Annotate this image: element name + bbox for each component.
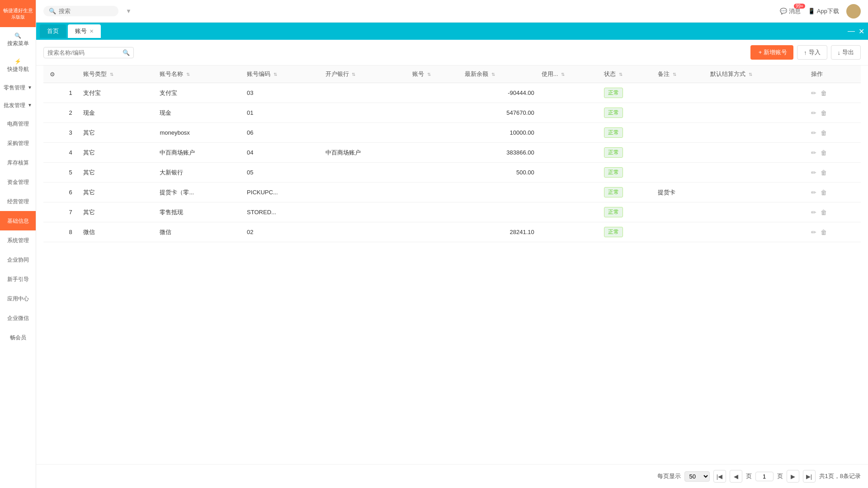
edit-button[interactable]: ✏ xyxy=(811,189,816,196)
page-next-button[interactable]: ▶ xyxy=(787,470,799,483)
delete-button[interactable]: 🗑 xyxy=(821,169,827,176)
row-account xyxy=(409,222,461,242)
table-search-input[interactable] xyxy=(47,49,120,56)
sidebar-item-member[interactable]: 畅会员 xyxy=(0,328,36,347)
row-remark xyxy=(654,222,707,242)
col-header-account[interactable]: 账号 ⇅ xyxy=(409,66,461,83)
page-prev-button[interactable]: ◀ xyxy=(730,470,742,483)
col-header-status[interactable]: 状态 ⇅ xyxy=(600,66,654,83)
delete-button[interactable]: 🗑 xyxy=(821,149,827,156)
col-header-name[interactable]: 账号名称 ⇅ xyxy=(156,66,243,83)
sidebar-item-quick-nav[interactable]: ⚡ 快捷导航 xyxy=(0,53,36,79)
row-index: 3 xyxy=(61,123,80,143)
delete-button[interactable]: 🗑 xyxy=(821,229,827,236)
sidebar-item-enterprise-agreement[interactable]: 企业协同 xyxy=(0,250,36,269)
sidebar-item-wholesale-mgmt[interactable]: 批发管理 ▼ xyxy=(0,96,36,114)
sidebar-item-search-menu[interactable]: 🔍 搜索菜单 xyxy=(0,27,36,53)
app-download-button[interactable]: 📱 App下载 xyxy=(808,7,839,15)
row-settings xyxy=(43,163,61,183)
sort-balance-icon[interactable]: ⇅ xyxy=(491,72,495,77)
tab-close-all-icon[interactable]: ✕ xyxy=(859,27,864,36)
edit-button[interactable]: ✏ xyxy=(811,89,816,97)
row-status: 正常 xyxy=(600,83,654,103)
col-header-type[interactable]: 账号类型 ⇅ xyxy=(80,66,156,83)
row-account xyxy=(409,202,461,222)
status-badge: 正常 xyxy=(604,207,623,217)
sort-payment-icon[interactable]: ⇅ xyxy=(749,72,752,77)
import-icon: ↑ xyxy=(804,49,807,56)
message-button[interactable]: 💬 消息 99+ xyxy=(780,7,801,15)
edit-button[interactable]: ✏ xyxy=(811,109,816,117)
tab-minimize-icon[interactable]: — xyxy=(848,27,855,36)
message-badge: 99+ xyxy=(794,4,805,9)
sidebar-item-ecommerce-mgmt[interactable]: 电商管理 xyxy=(0,114,36,133)
sort-account-icon[interactable]: ⇅ xyxy=(427,72,431,77)
row-type: 其它 xyxy=(80,183,156,202)
sidebar-item-enterprise-wechat[interactable]: 企业微信 xyxy=(0,308,36,328)
row-type: 其它 xyxy=(80,202,156,222)
topbar-right: 💬 消息 99+ 📱 App下载 xyxy=(780,4,861,19)
delete-button[interactable]: 🗑 xyxy=(821,209,827,216)
message-icon: 💬 xyxy=(780,8,787,14)
sidebar-item-label: 基础信息 xyxy=(7,217,29,225)
sidebar-item-purchase-mgmt[interactable]: 采购管理 xyxy=(0,133,36,153)
sort-status-icon[interactable]: ⇅ xyxy=(619,72,623,77)
tab-accounts[interactable]: 账号 ✕ xyxy=(68,24,101,38)
col-header-default-payment[interactable]: 默认结算方式 ⇅ xyxy=(707,66,807,83)
sidebar-item-app-center[interactable]: 应用中心 xyxy=(0,289,36,308)
edit-button[interactable]: ✏ xyxy=(811,169,816,176)
sort-bank-icon[interactable]: ⇅ xyxy=(352,72,355,77)
sort-type-icon[interactable]: ⇅ xyxy=(110,72,113,77)
page-input[interactable] xyxy=(755,472,774,481)
export-button[interactable]: ↓ 导出 xyxy=(831,45,861,60)
add-account-button[interactable]: + 新增账号 xyxy=(750,45,793,60)
sidebar-item-capital-mgmt[interactable]: 资金管理 xyxy=(0,172,36,192)
sidebar-item-new-guide[interactable]: 新手引导 xyxy=(0,269,36,289)
sidebar-item-inventory-check[interactable]: 库存核算 xyxy=(0,153,36,172)
col-header-code[interactable]: 账号编码 ⇅ xyxy=(243,66,321,83)
tab-close-icon[interactable]: ✕ xyxy=(90,28,94,34)
col-header-usage[interactable]: 使用... ⇅ xyxy=(538,66,600,83)
delete-button[interactable]: 🗑 xyxy=(821,109,827,117)
edit-button[interactable]: ✏ xyxy=(811,149,816,156)
topbar-nav-dropdown[interactable]: ▼ xyxy=(126,8,132,14)
col-header-remark[interactable]: 备注 ⇅ xyxy=(654,66,707,83)
page-first-button[interactable]: |◀ xyxy=(713,470,726,483)
sort-usage-icon[interactable]: ⇅ xyxy=(561,72,565,77)
edit-button[interactable]: ✏ xyxy=(811,209,816,216)
page-last-button[interactable]: ▶| xyxy=(803,470,816,483)
row-default-payment xyxy=(707,83,807,103)
row-name: 微信 xyxy=(156,222,243,242)
row-code: PICKUPC... xyxy=(243,183,321,202)
sidebar-item-system-mgmt[interactable]: 系统管理 xyxy=(0,230,36,250)
row-type: 支付宝 xyxy=(80,83,156,103)
sidebar-item-retail-mgmt[interactable]: 零售管理 ▼ xyxy=(0,79,36,96)
edit-button[interactable]: ✏ xyxy=(811,229,816,236)
table-search-icon[interactable]: 🔍 xyxy=(123,49,130,56)
row-account xyxy=(409,83,461,103)
delete-button[interactable]: 🗑 xyxy=(821,129,827,136)
status-badge: 正常 xyxy=(604,167,623,178)
delete-button[interactable]: 🗑 xyxy=(821,189,827,196)
sidebar-item-basic-info[interactable]: 基础信息 xyxy=(0,211,36,230)
user-avatar[interactable] xyxy=(846,4,861,19)
col-header-settings[interactable]: ⚙ xyxy=(43,66,61,83)
edit-button[interactable]: ✏ xyxy=(811,129,816,136)
page-of-label: 页 xyxy=(777,472,783,480)
topbar-search-input[interactable] xyxy=(59,8,113,14)
row-settings xyxy=(43,83,61,103)
sidebar-item-operations-mgmt[interactable]: 经营管理 xyxy=(0,192,36,211)
table-row: 5 其它 大新银行 05 500.00 正常 ✏ 🗑 xyxy=(43,163,861,183)
sort-code-icon[interactable]: ⇅ xyxy=(274,72,277,77)
page-size-select[interactable]: 50 10 20 100 xyxy=(684,471,710,482)
sidebar-item-label: 搜索菜单 xyxy=(7,40,29,47)
sort-name-icon[interactable]: ⇅ xyxy=(186,72,190,77)
tab-home[interactable]: 首页 xyxy=(40,24,66,38)
col-header-balance[interactable]: 最新余额 ⇅ xyxy=(461,66,538,83)
sort-remark-icon[interactable]: ⇅ xyxy=(673,72,676,77)
delete-button[interactable]: 🗑 xyxy=(821,89,827,97)
import-button[interactable]: ↑ 导入 xyxy=(797,45,827,60)
row-usage xyxy=(538,163,600,183)
col-header-bank[interactable]: 开户银行 ⇅ xyxy=(322,66,409,83)
row-usage xyxy=(538,103,600,123)
